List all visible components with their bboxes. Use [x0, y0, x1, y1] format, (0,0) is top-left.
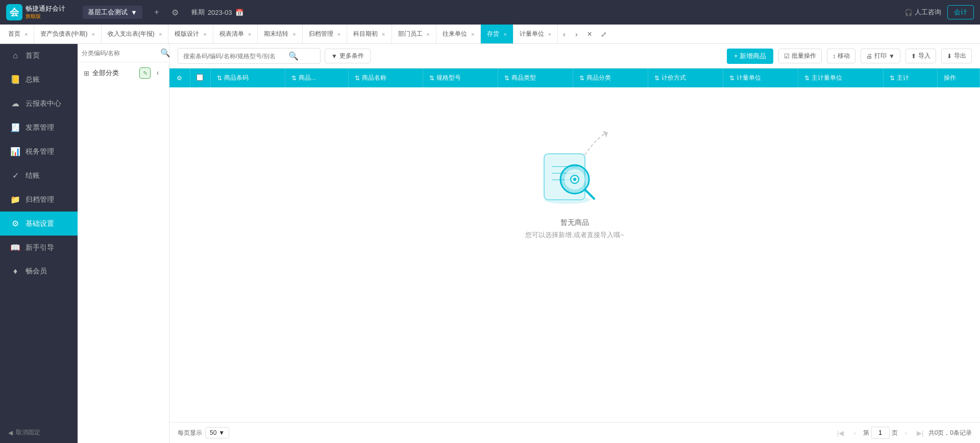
tab-close-icon[interactable]: × — [24, 31, 28, 37]
sidebar-item-reports[interactable]: ☁ 云报表中心 — [0, 91, 78, 115]
sidebar-label: 新手引导 — [26, 243, 54, 252]
tab-unit[interactable]: 计量单位 × — [513, 25, 558, 44]
tab-close-icon[interactable]: × — [503, 31, 506, 37]
edit-category-button[interactable]: ✎ — [139, 67, 151, 79]
settings-button[interactable]: ⚙ — [168, 5, 182, 19]
sidebar-item-guide[interactable]: 📖 新手引导 — [0, 236, 78, 260]
tab-subject[interactable]: 科目期初 × — [347, 25, 391, 44]
toolbar: 🔍 ▼ 更多条件 + 新增商品 ☑ 批量操作 ↕ — [169, 44, 980, 68]
tab-close-icon[interactable]: × — [248, 31, 251, 37]
account-button[interactable]: 会计 — [947, 5, 974, 19]
tab-prev-button[interactable]: ‹ — [558, 25, 570, 44]
page-first-button[interactable]: |◀ — [835, 427, 847, 439]
page-last-button[interactable]: ▶| — [914, 427, 926, 439]
page-number-input[interactable] — [871, 427, 890, 439]
tab-inventory[interactable]: 存货 × — [481, 25, 513, 44]
page-next-button[interactable]: › — [900, 427, 912, 439]
settings-column-header[interactable]: ⚙ — [169, 68, 190, 87]
checkbox-column-header[interactable] — [190, 68, 210, 87]
tab-period-end[interactable]: 期末结转 × — [258, 25, 302, 44]
type-column-header[interactable]: ⇅商品类型 — [498, 68, 573, 87]
tab-close-icon[interactable]: × — [337, 31, 340, 37]
tab-label: 部门员工 — [398, 30, 423, 38]
sidebar-item-ledger[interactable]: 📒 总账 — [0, 67, 78, 91]
name-column-header[interactable]: ⇅商品名称 — [348, 68, 423, 87]
table-header-row: ⚙ ⇅商品条码 ⇅商品... — [169, 68, 980, 87]
main-layout: ⌂ 首页 📒 总账 ☁ 云报表中心 🧾 发票管理 📊 税务管理 ✓ 结账 📁 归… — [0, 44, 980, 443]
category-search-icon[interactable]: 🔍 — [160, 48, 170, 58]
settings-icon: ⚙ — [10, 219, 20, 228]
import-button[interactable]: ⬆ 导入 — [905, 49, 936, 63]
help-button[interactable]: 🎧 人工咨询 — [904, 8, 941, 17]
page-size-dropdown[interactable]: 50 ▼ — [205, 427, 229, 438]
add-product-button[interactable]: + 新增商品 — [727, 49, 773, 64]
category-column-header[interactable]: ⇅商品分类 — [573, 68, 648, 87]
sidebar-item-archive[interactable]: 📁 归档管理 — [0, 188, 78, 212]
tab-close-icon[interactable]: × — [548, 31, 551, 37]
sidebar-label: 畅会员 — [26, 267, 47, 276]
move-button[interactable]: ↕ 移动 — [827, 49, 855, 63]
empty-document-icon — [534, 138, 605, 210]
sidebar-label: 结账 — [26, 171, 40, 180]
export-button[interactable]: ⬇ 导出 — [941, 49, 972, 63]
main-unit-column-header[interactable]: ⇅主计量单位 — [798, 68, 883, 87]
sidebar-item-invoice[interactable]: 🧾 发票管理 — [0, 115, 78, 139]
price-method-column-header[interactable]: ⇅计价方式 — [648, 68, 723, 87]
calendar-icon[interactable]: 📅 — [235, 9, 243, 16]
tab-template[interactable]: 模版设计 × — [168, 25, 213, 44]
logo-icon: 会 — [6, 4, 22, 20]
main-unit2-column-header[interactable]: ⇅主计 — [883, 68, 937, 87]
page-prev-button[interactable]: ‹ — [849, 427, 861, 439]
collapse-category-button[interactable]: ‹ — [153, 67, 163, 78]
search-input[interactable] — [183, 53, 285, 60]
tab-home[interactable]: 首页 × — [2, 25, 34, 44]
add-tab-button[interactable]: + — [150, 5, 164, 19]
company-tab[interactable]: 基层工会测试 ▼ — [83, 6, 142, 19]
print-button[interactable]: 🖨 打印 ▼ — [861, 49, 900, 63]
category-panel: 🔍 ⊞ 全部分类 ✎ ‹ — [78, 44, 169, 443]
sidebar-item-tax[interactable]: 📊 税务管理 — [0, 139, 78, 164]
filter-button[interactable]: ▼ 更多条件 — [325, 49, 371, 63]
select-all-checkbox[interactable] — [197, 74, 203, 81]
sidebar-item-member[interactable]: ♦ 畅会员 — [0, 260, 78, 283]
pin-label: 取消固定 — [16, 428, 40, 437]
batch-button[interactable]: ☑ 批量操作 — [778, 49, 822, 63]
tab-close-icon[interactable]: × — [91, 31, 94, 37]
tab-contact[interactable]: 往来单位 × — [436, 25, 481, 44]
table-container[interactable]: ⚙ ⇅商品条码 ⇅商品... — [169, 68, 980, 422]
barcode-column-header[interactable]: ⇅商品条码 — [210, 68, 285, 87]
tab-balance-sheet[interactable]: 资产负债表(中期) × — [34, 25, 101, 44]
page-size-value: 50 — [210, 429, 216, 436]
dropdown-arrow-icon: ▼ — [218, 429, 225, 436]
unit-column-header[interactable]: ⇅计量单位 — [723, 68, 798, 87]
tab-close-all-button[interactable]: × — [582, 25, 597, 44]
tab-label: 期末结转 — [264, 30, 288, 38]
tab-close-icon[interactable]: × — [427, 31, 430, 37]
grid-icon: ⊞ — [84, 69, 89, 77]
category-search-input[interactable] — [82, 50, 158, 57]
pin-icon: ◀ — [8, 429, 13, 436]
tab-label: 模版设计 — [175, 30, 199, 38]
tab-close-icon[interactable]: × — [471, 31, 474, 37]
tab-close-icon[interactable]: × — [159, 31, 162, 37]
batch-icon: ☑ — [784, 53, 790, 60]
code-column-header[interactable]: ⇅商品... — [285, 68, 348, 87]
tab-archive[interactable]: 归档管理 × — [303, 25, 347, 44]
sidebar-pin-toggle[interactable]: ◀ 取消固定 — [0, 422, 78, 443]
tab-tax[interactable]: 税表清单 × — [213, 25, 258, 44]
spec-column-header[interactable]: ⇅规格型号 — [423, 68, 498, 87]
tab-close-icon[interactable]: × — [382, 31, 385, 37]
all-category-label: 全部分类 — [92, 68, 119, 78]
sidebar-item-home[interactable]: ⌂ 首页 — [0, 44, 78, 67]
search-icon[interactable]: 🔍 — [288, 51, 299, 61]
tab-close-icon[interactable]: × — [292, 31, 296, 37]
tab-expand-button[interactable]: ⤢ — [597, 25, 611, 44]
tab-next-button[interactable]: › — [570, 25, 582, 44]
sidebar-item-settings[interactable]: ⚙ 基础设置 — [0, 212, 78, 236]
tab-income[interactable]: 收入支出表(年报) × — [102, 25, 168, 44]
sidebar-item-close[interactable]: ✓ 结账 — [0, 164, 78, 188]
tab-close-icon[interactable]: × — [203, 31, 206, 37]
tab-department[interactable]: 部门员工 × — [392, 25, 436, 44]
filter-icon: ▼ — [331, 53, 337, 60]
category-all-header[interactable]: ⊞ 全部分类 ✎ ‹ — [78, 62, 169, 84]
